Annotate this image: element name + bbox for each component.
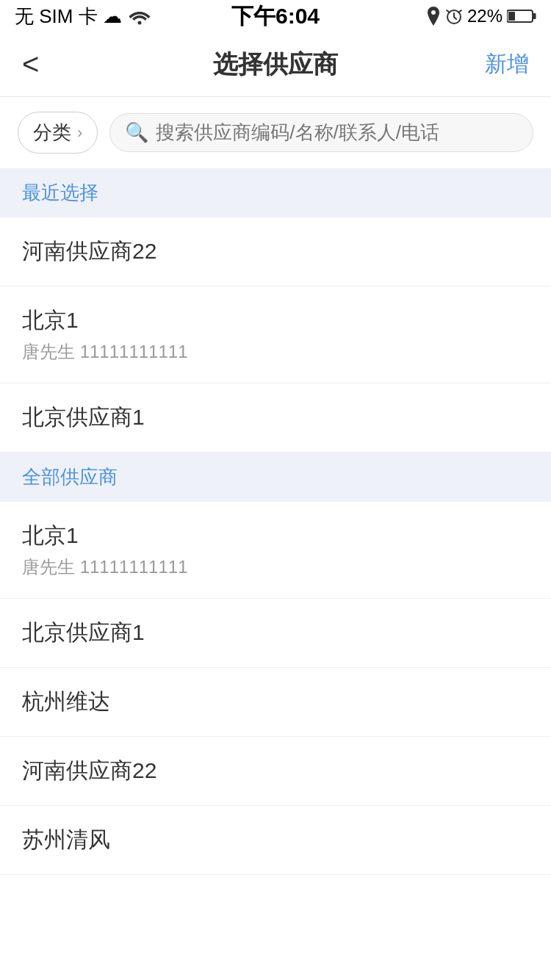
recent-section-label: 最近选择 [22,181,98,203]
item-name: 杭州维达 [22,687,529,717]
category-button[interactable]: 分类 › [18,112,98,154]
battery-percent: 22% [467,6,503,26]
alarm-icon [445,7,463,26]
all-section-header: 全部供应商 [0,453,551,502]
list-item[interactable]: 苏州清风 [0,806,551,875]
item-name: 北京1 [22,521,529,551]
nav-bar: < 选择供应商 新增 [0,32,551,97]
item-name: 河南供应商22 [22,756,529,786]
item-name: 北京供应商1 [22,403,529,433]
list-item[interactable]: 杭州维达 [0,668,551,737]
list-item[interactable]: 北京1 唐先生 11111111111 [0,502,551,599]
filter-bar: 分类 › 🔍 [0,97,551,168]
item-name: 河南供应商22 [22,237,529,267]
chevron-right-icon: › [77,123,82,143]
search-input[interactable] [156,121,518,144]
item-name: 苏州清风 [22,825,529,855]
search-box[interactable]: 🔍 [109,113,533,152]
list-item[interactable]: 北京供应商1 [0,383,551,453]
category-label: 分类 [33,120,71,145]
all-items-list: 北京1 唐先生 11111111111 北京供应商1杭州维达河南供应商22苏州清… [0,502,551,875]
all-section-label: 全部供应商 [22,466,118,488]
status-time: 下午6:04 [231,1,320,32]
recent-section-header: 最近选择 [0,168,551,217]
page-title: 选择供应商 [213,48,338,82]
add-button[interactable]: 新增 [485,49,529,79]
item-name: 北京供应商1 [22,618,529,648]
list-item[interactable]: 北京1 唐先生 11111111111 [0,287,551,383]
search-icon: 🔍 [125,121,148,144]
svg-point-0 [137,21,141,25]
status-right: 22% [426,6,536,26]
battery-icon [507,8,536,24]
recent-items-list: 河南供应商22 北京1 唐先生 11111111111 北京供应商1 [0,217,551,453]
item-sub: 唐先生 11111111111 [22,555,529,579]
status-bar: 无 SIM 卡 ☁ 下午6:04 22% [0,0,551,32]
svg-rect-3 [533,13,536,19]
item-sub: 唐先生 11111111111 [22,340,529,364]
status-left: 无 SIM 卡 ☁ [15,4,151,29]
list-item[interactable]: 河南供应商22 [0,737,551,806]
back-button[interactable]: < [22,48,66,81]
list-item[interactable]: 河南供应商22 [0,217,551,287]
wifi-icon [128,7,151,25]
item-name: 北京1 [22,306,529,336]
list-item[interactable]: 北京供应商1 [0,599,551,668]
sim-status: 无 SIM 卡 ☁ [15,4,122,29]
location-icon [426,7,441,26]
svg-rect-4 [508,12,515,21]
